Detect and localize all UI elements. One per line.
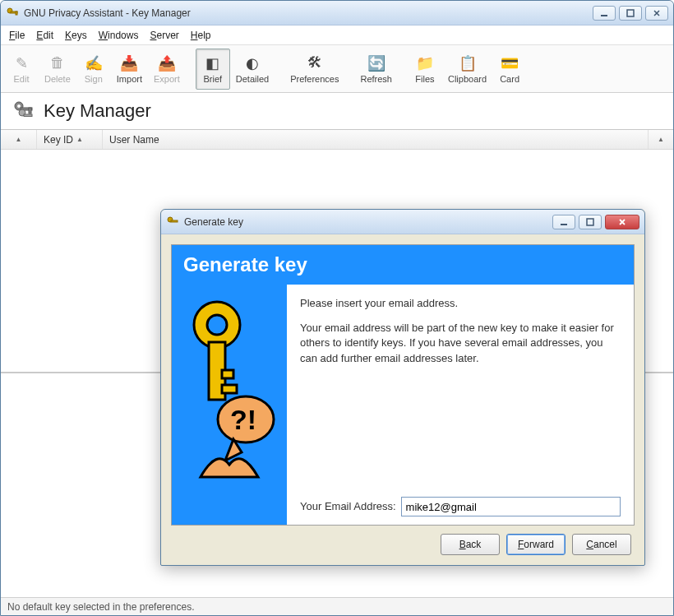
status-text: No default key selected in the preferenc… [7, 601, 194, 613]
toolbar-export-button: 📤 Export [148, 49, 186, 90]
svg-point-16 [207, 315, 227, 335]
toolbar-delete-button: 🗑 Delete [39, 49, 76, 90]
table-col-username[interactable]: User Name [103, 130, 649, 149]
email-input[interactable] [401, 497, 621, 516]
cancel-button[interactable]: Cancel [572, 534, 631, 555]
import-icon: 📥 [120, 54, 138, 72]
dialog-close-button[interactable] [605, 215, 639, 229]
table-col-keyid[interactable]: Key ID ▲ [37, 130, 103, 149]
svg-rect-12 [171, 220, 178, 222]
dialog-content: ?! Please insert your email address. You… [172, 285, 634, 525]
refresh-icon: 🔄 [367, 54, 385, 72]
dialog-titlebar[interactable]: Generate key [161, 210, 644, 234]
close-button[interactable] [645, 6, 668, 21]
dialog-window-controls [552, 215, 639, 229]
dialog-right-panel: Please insert your email address. Your e… [287, 285, 634, 525]
card-icon: 💳 [501, 54, 519, 72]
menu-help[interactable]: Help [191, 30, 211, 41]
svg-point-6 [17, 104, 21, 108]
menu-server[interactable]: Server [150, 30, 178, 41]
toolbar: ✎ Edit 🗑 Delete ✍ Sign 📥 Import 📤 Export [1, 45, 673, 93]
main-title: GNU Privacy Assistant - Key Manager [24, 7, 593, 19]
svg-rect-8 [29, 108, 31, 113]
statusbar: No default key selected in the preferenc… [1, 597, 673, 615]
dialog-app-icon [166, 215, 179, 229]
svg-rect-2 [16, 12, 17, 15]
sign-icon: ✍ [85, 54, 103, 72]
dialog-minimize-button[interactable] [552, 215, 575, 229]
detailed-icon: ◐ [243, 54, 261, 72]
svg-text:?!: ?! [230, 404, 256, 435]
table-header: ▲ Key ID ▲ User Name ▲ [1, 130, 673, 150]
app-icon [6, 7, 19, 20]
svg-rect-19 [222, 385, 237, 393]
svg-rect-14 [587, 219, 593, 225]
dialog-heading-bar: Generate key [172, 245, 634, 285]
svg-rect-3 [601, 15, 607, 16]
preferences-icon: 🛠 [306, 54, 324, 72]
toolbar-edit-button: ✎ Edit [4, 49, 39, 90]
menubar: File Edit Keys Windows Server Help [1, 25, 673, 45]
edit-icon: ✎ [12, 54, 30, 72]
svg-rect-13 [561, 224, 567, 225]
toolbar-refresh-button[interactable]: 🔄 Refresh [354, 49, 398, 90]
trash-icon: 🗑 [48, 54, 67, 72]
menu-file[interactable]: File [9, 30, 25, 41]
dialog-illustration: ?! [172, 285, 287, 525]
toolbar-clipboard-button[interactable]: 📋 Clipboard [442, 49, 492, 90]
dialog-instruction: Please insert your email address. [300, 296, 621, 311]
email-form-row: Your Email Address: [300, 497, 621, 516]
toolbar-sign-button: ✍ Sign [76, 49, 111, 90]
toolbar-files-button[interactable]: 📁 Files [408, 49, 442, 90]
dialog-heading: Generate key [183, 253, 622, 276]
dialog-button-row: Back Forward Cancel [171, 526, 635, 555]
brief-icon: ◧ [204, 54, 222, 72]
table-sort-column[interactable]: ▲ [1, 130, 37, 149]
clipboard-icon: 📋 [459, 54, 477, 72]
minimize-button[interactable] [593, 6, 616, 21]
folder-icon: 📁 [416, 54, 434, 72]
toolbar-brief-button[interactable]: ◧ Brief [196, 49, 230, 90]
main-titlebar[interactable]: GNU Privacy Assistant - Key Manager [1, 1, 673, 25]
menu-windows[interactable]: Windows [99, 30, 139, 41]
dialog-maximize-button[interactable] [579, 215, 602, 229]
svg-rect-18 [222, 370, 233, 378]
dialog-panel: Generate key ?! [171, 244, 635, 526]
table-col-end[interactable]: ▲ [649, 130, 673, 149]
dialog-title: Generate key [184, 216, 552, 228]
toolbar-detailed-button[interactable]: ◐ Detailed [230, 49, 275, 90]
dialog-description: Your email address will be part of the n… [300, 321, 621, 366]
page-title: Key Manager [44, 100, 151, 122]
export-icon: 📤 [158, 54, 176, 72]
maximize-button[interactable] [619, 6, 642, 21]
forward-button[interactable]: Forward [506, 534, 566, 555]
menu-edit[interactable]: Edit [36, 30, 53, 41]
back-button[interactable]: Back [441, 534, 500, 555]
toolbar-preferences-button[interactable]: 🛠 Preferences [284, 49, 344, 90]
window-controls [593, 6, 668, 21]
menu-keys[interactable]: Keys [65, 30, 87, 41]
dialog-body: Generate key ?! [161, 234, 644, 565]
email-label: Your Email Address: [300, 499, 396, 514]
page-header: Key Manager [1, 93, 673, 129]
toolbar-import-button[interactable]: 📥 Import [111, 49, 148, 90]
keys-icon [12, 100, 35, 123]
svg-rect-4 [627, 10, 634, 16]
generate-key-dialog: Generate key Generate key [160, 209, 645, 566]
svg-rect-10 [24, 114, 32, 117]
toolbar-card-button[interactable]: 💳 Card [492, 49, 527, 90]
